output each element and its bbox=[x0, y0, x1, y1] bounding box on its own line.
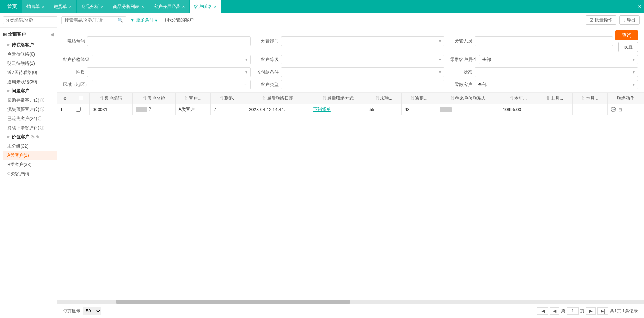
sidebar-item-tomorrow[interactable]: 明天待联络(1) bbox=[3, 59, 57, 68]
col-this-year[interactable]: ⇅本年... bbox=[500, 93, 537, 104]
status-caret: ▾ bbox=[633, 70, 635, 75]
row-select-checkbox[interactable] bbox=[76, 107, 81, 112]
col-last-month[interactable]: ⇅上月... bbox=[537, 93, 572, 104]
sidebar-all-customers-title[interactable]: ⊞ 全部客户 ◀ bbox=[3, 30, 54, 39]
filter-search-icon[interactable]: 🔍 bbox=[118, 18, 123, 23]
close-analysis-list-tab[interactable]: × bbox=[142, 4, 144, 9]
retail-attr-select[interactable]: 全部 ▾ bbox=[479, 55, 638, 64]
close-customer-mgmt-tab[interactable]: × bbox=[182, 4, 185, 9]
customer-type-input[interactable] bbox=[281, 80, 444, 89]
col-unit-contact[interactable]: ⇅往来单位联系人 bbox=[437, 93, 500, 104]
sidebar-search-input[interactable] bbox=[3, 16, 57, 24]
qr-icon[interactable]: ⊞ bbox=[618, 107, 622, 112]
select-all-checkbox[interactable] bbox=[79, 96, 83, 100]
sidebar-item-overdue[interactable]: 逾期未联络(30) bbox=[3, 77, 57, 86]
dept-select[interactable]: ▾ bbox=[281, 36, 444, 46]
payment-select[interactable]: ▾ bbox=[281, 67, 444, 77]
sidebar-item-lost[interactable]: 已流失客户(24) ⓘ bbox=[3, 114, 57, 123]
edit-icon[interactable]: ✎ bbox=[36, 135, 40, 140]
settings-button[interactable]: 设置 bbox=[618, 42, 638, 52]
settings-gear-icon[interactable]: ⚙ bbox=[63, 96, 67, 101]
nav-tab-purchase[interactable]: 进货单 × bbox=[49, 0, 76, 13]
close-analysis-tab[interactable]: × bbox=[101, 4, 103, 9]
nav-tab-analysis-list[interactable]: 商品分析列表 × bbox=[108, 0, 148, 13]
customer-level-select[interactable]: ▾ bbox=[281, 55, 444, 64]
col-gear[interactable]: ⚙ bbox=[57, 93, 73, 104]
horizontal-scrollbar[interactable] bbox=[57, 300, 644, 304]
info-icon-repurchase: ⓘ bbox=[40, 97, 44, 103]
close-customer-contact-tab[interactable]: × bbox=[214, 4, 216, 9]
sidebar-item-a-class[interactable]: A类客户(1) bbox=[3, 151, 57, 160]
col-last-method[interactable]: ⇅最后联络方式 bbox=[310, 93, 366, 104]
col-code[interactable]: ⇅客户编码 bbox=[90, 93, 133, 104]
filter-search-input[interactable] bbox=[65, 18, 116, 23]
col-overdue[interactable]: ⇅逾期... bbox=[401, 93, 437, 104]
adv-filter-panel: 电话号码 分管部门 ▾ 分管人员 ··· 查询 设置 bbox=[57, 27, 644, 93]
first-page-btn[interactable]: |◀ bbox=[537, 307, 548, 315]
overdue-sort-icon: ⇅ bbox=[411, 96, 414, 101]
sidebar-collapse-btn[interactable]: ◀ bbox=[50, 32, 54, 37]
col-no-contact[interactable]: ⇅未联... bbox=[366, 93, 402, 104]
col-contact[interactable]: ⇅联络... bbox=[211, 93, 246, 104]
sidebar-item-repurchase[interactable]: 回购异常客户(2) ⓘ bbox=[3, 96, 57, 105]
filter-my-customers: 我分管的客户 bbox=[161, 17, 194, 23]
prev-page-btn[interactable]: ◀ bbox=[550, 307, 559, 315]
region-select[interactable]: ··· bbox=[92, 80, 251, 89]
scrollbar-thumb[interactable] bbox=[116, 300, 351, 304]
sidebar-item-7days[interactable]: 近7天待联络(0) bbox=[3, 68, 57, 77]
sidebar-item-declining[interactable]: 持续下滑客户(2) ⓘ bbox=[3, 123, 57, 132]
nav-home[interactable]: 首页 bbox=[3, 0, 21, 13]
pagination-bar: 每页显示 50 100 200 |◀ ◀ 第 1 页 ▶ ▶| 共1页 1条记录 bbox=[57, 304, 644, 318]
this-month-sort-icon: ⇅ bbox=[582, 96, 585, 101]
person-select[interactable]: ··· bbox=[475, 36, 613, 46]
last-month-sort-icon: ⇅ bbox=[546, 96, 550, 101]
price-level-select[interactable]: ▾ bbox=[92, 55, 251, 64]
close-all-tabs[interactable]: × bbox=[638, 3, 641, 10]
query-button[interactable]: 查询 bbox=[615, 30, 638, 40]
pagination-right: |◀ ◀ 第 1 页 ▶ ▶| 共1页 1条记录 bbox=[537, 307, 638, 315]
last-page-btn[interactable]: ▶| bbox=[597, 307, 608, 315]
status-select[interactable]: ▾ bbox=[475, 67, 638, 77]
nature-select[interactable]: ▾ bbox=[87, 67, 251, 77]
table-area: ⚙ ⇅客户编码 ⇅客户名称 ⇅客户... ⇅联络... ⇅最后联络日期 ⇅最后联… bbox=[57, 93, 644, 300]
next-page-btn[interactable]: ▶ bbox=[586, 307, 596, 315]
nav-tab-customer-contact[interactable]: 客户联络 × bbox=[190, 0, 221, 13]
last-method-link[interactable]: 下销货单 bbox=[313, 107, 331, 112]
sidebar-problem-title: ▼ 问题客户 bbox=[3, 86, 57, 96]
sidebar-item-loss-warning[interactable]: 流失预警客户(3) ⓘ bbox=[3, 105, 57, 114]
row-contact: 7 bbox=[211, 104, 246, 115]
col-name[interactable]: ⇅客户名称 bbox=[132, 93, 175, 104]
row-last-month bbox=[537, 104, 572, 115]
batch-ops-button[interactable]: ☑ 批量操作 bbox=[586, 15, 616, 25]
nav-tab-analysis[interactable]: 商品分析 × bbox=[77, 0, 108, 13]
price-level-label: 客户价格等级 bbox=[63, 57, 89, 63]
sidebar-item-ungroup[interactable]: 未分组(32) bbox=[3, 142, 57, 151]
nav-tab-sales[interactable]: 销售单 × bbox=[22, 0, 49, 13]
content-area: 🔍 ▼ 更多条件 ▾ 我分管的客户 ☑ 批量操作 ↓ 导出 bbox=[57, 13, 644, 318]
sidebar-item-b-class[interactable]: B类客户(33) bbox=[3, 160, 57, 169]
filter-bar: 🔍 ▼ 更多条件 ▾ 我分管的客户 ☑ 批量操作 ↓ 导出 bbox=[57, 13, 644, 27]
close-sales-tab[interactable]: × bbox=[42, 4, 44, 9]
retail-customer-caret: ▾ bbox=[633, 82, 635, 87]
col-this-month[interactable]: ⇅本月... bbox=[572, 93, 608, 104]
retail-customer-label: 零散客户 bbox=[450, 82, 472, 88]
phone-input[interactable] bbox=[87, 36, 251, 46]
filter-dept-row: 分管部门 ▾ bbox=[257, 30, 444, 52]
filter-more-btn[interactable]: ▼ 更多条件 ▾ bbox=[129, 17, 158, 23]
chat-icon[interactable]: 💬 bbox=[611, 107, 616, 112]
filter-person-row: 分管人员 ··· 查询 设置 bbox=[450, 30, 638, 52]
filter-phone-row: 电话号码 bbox=[63, 30, 251, 52]
grid-icon: ⊞ bbox=[3, 32, 7, 37]
close-purchase-tab[interactable]: × bbox=[69, 4, 71, 9]
retail-customer-select[interactable]: 全部 ▾ bbox=[475, 80, 638, 89]
col-last-date[interactable]: ⇅最后联络日期 bbox=[246, 93, 310, 104]
sidebar-item-today[interactable]: 今天待联络(0) bbox=[3, 50, 57, 59]
sidebar-item-c-class[interactable]: C类客户(6) bbox=[3, 169, 57, 179]
export-button[interactable]: ↓ 导出 bbox=[619, 15, 640, 25]
nav-tab-customer-mgmt[interactable]: 客户分层经营 × bbox=[149, 0, 189, 13]
per-page-select[interactable]: 50 100 200 bbox=[83, 307, 101, 315]
refresh-icon[interactable]: ↻ bbox=[31, 135, 35, 140]
col-type[interactable]: ⇅客户... bbox=[175, 93, 211, 104]
my-customers-checkbox[interactable] bbox=[161, 18, 166, 22]
sidebar-value-title[interactable]: ▼ 价值客户 ↻ ✎ bbox=[3, 132, 57, 142]
